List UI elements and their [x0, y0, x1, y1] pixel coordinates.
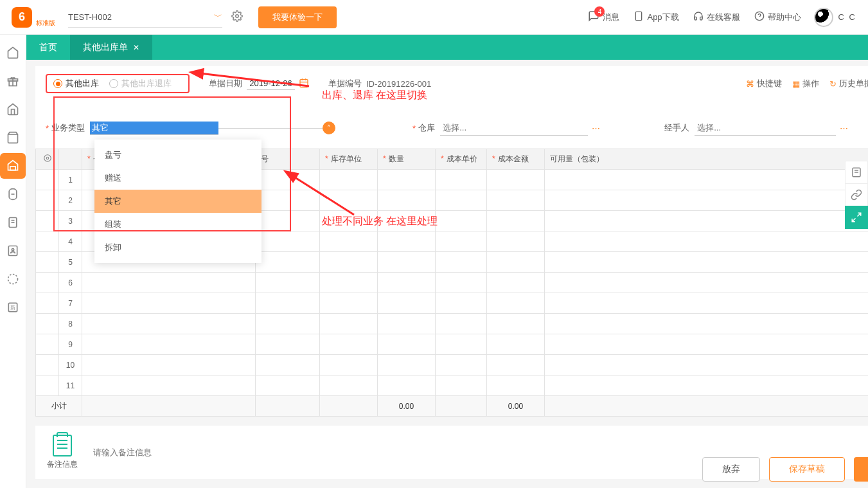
dropdown-item[interactable]: 其它 — [94, 190, 261, 213]
cell-warehouse[interactable] — [82, 355, 256, 375]
save-draft-button[interactable]: 保存草稿 — [769, 457, 845, 482]
cell-qty[interactable] — [378, 211, 436, 231]
gear-icon[interactable] — [231, 10, 243, 24]
gear-column-header[interactable] — [36, 149, 59, 170]
table-row[interactable]: 9 — [36, 334, 869, 355]
cell-price[interactable] — [436, 375, 487, 396]
rail-item-report[interactable] — [0, 210, 26, 235]
remark-input[interactable] — [93, 447, 868, 457]
tab-current[interactable]: 其他出库单 ✕ — [70, 35, 152, 60]
business-type-value[interactable]: 其它 — [90, 122, 218, 135]
cell-code[interactable] — [256, 252, 320, 273]
cell-unit[interactable] — [320, 252, 378, 273]
chevron-up-icon[interactable]: ˄ — [323, 122, 335, 134]
rail-item-new[interactable]: 新 — [0, 294, 26, 320]
more-icon[interactable]: ⋯ — [840, 123, 848, 133]
cell-qty[interactable] — [378, 190, 436, 211]
cell-available[interactable] — [545, 355, 869, 375]
rail-item-home[interactable] — [0, 40, 26, 66]
col-stock-unit[interactable]: *库存单位 — [320, 149, 378, 170]
rail-item-finance[interactable] — [0, 181, 26, 207]
cell-amount[interactable] — [487, 170, 545, 190]
close-icon[interactable]: ✕ — [133, 43, 139, 52]
cell-code[interactable] — [256, 314, 320, 334]
cell-price[interactable] — [436, 314, 487, 334]
cell-unit[interactable] — [320, 231, 378, 252]
cell-available[interactable] — [545, 252, 869, 273]
cell-code[interactable] — [256, 293, 320, 314]
table-row[interactable]: 6 — [36, 273, 869, 293]
save-button[interactable]: 保存 ▾ — [854, 457, 868, 482]
cell-unit[interactable] — [320, 170, 378, 190]
cell-amount[interactable] — [487, 314, 545, 334]
rail-item-purchase[interactable] — [0, 96, 26, 122]
tenant-selector[interactable]: TEST-H002 ﹀ — [68, 7, 222, 28]
more-icon[interactable]: ⋯ — [592, 123, 600, 133]
cell-price[interactable] — [436, 252, 487, 273]
shortcut-link[interactable]: ⌘快捷键 — [746, 78, 782, 89]
cell-code[interactable] — [256, 334, 320, 355]
cell-amount[interactable] — [487, 355, 545, 375]
table-row[interactable]: 11 — [36, 375, 869, 396]
cell-available[interactable] — [545, 293, 869, 314]
cell-price[interactable] — [436, 273, 487, 293]
cell-unit[interactable] — [320, 355, 378, 375]
cell-qty[interactable] — [378, 273, 436, 293]
warehouse-input[interactable] — [440, 120, 588, 136]
avatar[interactable] — [814, 8, 833, 27]
radio-outbound[interactable]: 其他出库 — [53, 78, 99, 89]
cell-amount[interactable] — [487, 231, 545, 252]
cell-warehouse[interactable] — [82, 334, 256, 355]
cell-unit[interactable] — [320, 273, 378, 293]
calendar-icon[interactable] — [299, 78, 309, 90]
note-tool-icon[interactable] — [845, 161, 868, 184]
cell-price[interactable] — [436, 334, 487, 355]
link-tool-icon[interactable] — [845, 183, 868, 206]
cell-qty[interactable] — [378, 293, 436, 314]
dropdown-item[interactable]: 盘亏 — [94, 143, 261, 167]
cell-amount[interactable] — [487, 334, 545, 355]
cell-qty[interactable] — [378, 355, 436, 375]
cell-available[interactable] — [545, 211, 869, 231]
cell-warehouse[interactable] — [82, 293, 256, 314]
cell-amount[interactable] — [487, 190, 545, 211]
radio-return[interactable]: 其他出库退库 — [109, 78, 172, 89]
expand-tool-icon[interactable] — [845, 206, 868, 229]
history-link[interactable]: ↻历史单据 — [829, 78, 868, 89]
col-cost-price[interactable]: *成本单价 — [436, 149, 487, 170]
cell-price[interactable] — [436, 211, 487, 231]
cell-qty[interactable] — [378, 252, 436, 273]
rail-item-sync[interactable] — [0, 266, 26, 292]
col-qty[interactable]: *数量 — [378, 149, 436, 170]
tab-home[interactable]: 首页 — [26, 35, 70, 60]
cell-code[interactable] — [256, 355, 320, 375]
handler-input[interactable] — [695, 120, 836, 136]
cell-unit[interactable] — [320, 293, 378, 314]
cell-available[interactable] — [545, 375, 869, 396]
table-row[interactable]: 10 — [36, 355, 869, 375]
rail-item-contacts[interactable] — [0, 238, 26, 264]
cell-code[interactable] — [256, 375, 320, 396]
operate-link[interactable]: ▦操作 — [792, 78, 819, 89]
col-code[interactable]: 号 — [256, 149, 320, 170]
cell-code[interactable] — [256, 211, 320, 231]
col-cost-amount[interactable]: *成本金额 — [487, 149, 545, 170]
cell-warehouse[interactable] — [82, 314, 256, 334]
cell-code[interactable] — [256, 273, 320, 293]
cell-price[interactable] — [436, 190, 487, 211]
discard-button[interactable]: 放弃 — [702, 457, 760, 482]
cell-qty[interactable] — [378, 231, 436, 252]
messages-link[interactable]: 消息 4 — [588, 10, 619, 24]
doc-date-value[interactable]: 2019-12-26 — [247, 77, 295, 90]
cell-warehouse[interactable] — [82, 273, 256, 293]
cell-available[interactable] — [545, 170, 869, 190]
cell-qty[interactable] — [378, 334, 436, 355]
cell-code[interactable] — [256, 231, 320, 252]
table-row[interactable]: 8 — [36, 314, 869, 334]
rail-item-gift[interactable] — [0, 68, 26, 94]
dropdown-item[interactable]: 拆卸 — [94, 236, 261, 259]
cell-price[interactable] — [436, 293, 487, 314]
username[interactable]: C C — [838, 12, 856, 22]
rail-item-sales[interactable] — [0, 125, 26, 150]
cell-unit[interactable] — [320, 375, 378, 396]
